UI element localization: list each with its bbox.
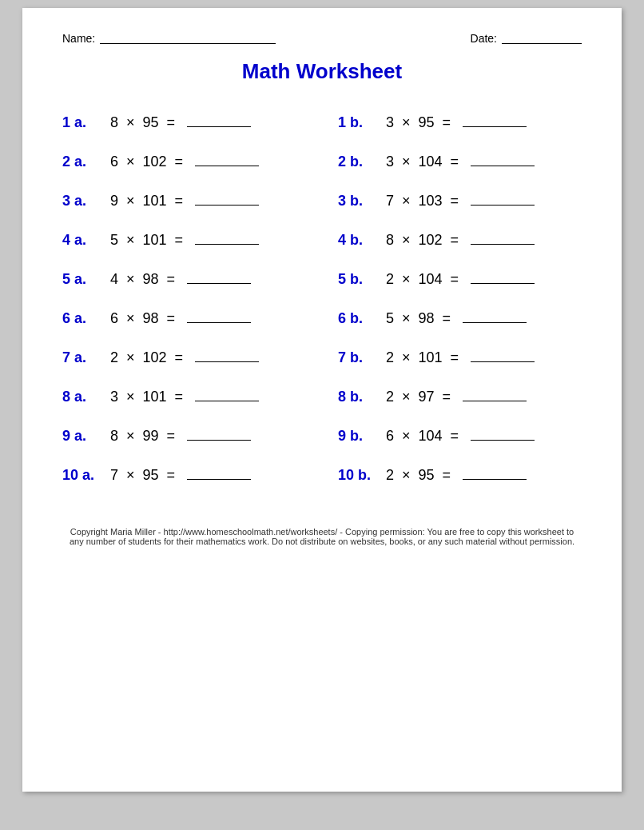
table-row: 10 b. 2 × 95 =: [322, 456, 582, 495]
problem-label: 7 b.: [338, 349, 378, 366]
worksheet-title: Math Worksheet: [62, 59, 582, 84]
table-row: 6 b. 5 × 98 =: [322, 299, 582, 338]
header: Name: Date:: [62, 32, 582, 45]
problem-label: 1 b.: [338, 114, 378, 131]
problem-expr: 2 × 97 =: [386, 389, 527, 405]
table-row: 4 a. 5 × 101 =: [62, 221, 322, 260]
problem-label: 2 b.: [338, 154, 378, 170]
table-row: 5 a. 4 × 98 =: [62, 260, 322, 299]
answer-line: [463, 310, 527, 323]
name-label: Name:: [62, 32, 95, 45]
worksheet-page: Name: Date: Math Worksheet 1 a. 8 × 95 =…: [22, 8, 622, 792]
table-row: 5 b. 2 × 104 =: [322, 260, 582, 299]
problem-expr: 3 × 104 =: [386, 154, 535, 170]
table-row: 1 b. 3 × 95 =: [322, 103, 582, 142]
problem-label: 3 b.: [338, 193, 378, 209]
problem-expr: 9 × 101 =: [110, 193, 259, 209]
problem-label: 4 b.: [338, 232, 378, 249]
table-row: 3 a. 9 × 101 =: [62, 182, 322, 221]
problem-expr: 6 × 104 =: [386, 428, 535, 445]
table-row: 8 a. 3 × 101 =: [62, 377, 322, 417]
problem-expr: 3 × 95 =: [386, 114, 527, 131]
problem-label: 8 a.: [62, 389, 102, 405]
problem-expr: 4 × 98 =: [110, 271, 251, 288]
problem-expr: 5 × 98 =: [386, 310, 527, 327]
answer-line: [187, 271, 251, 284]
table-row: 4 b. 8 × 102 =: [322, 221, 582, 260]
problem-expr: 8 × 102 =: [386, 232, 535, 249]
problem-label: 9 b.: [338, 428, 378, 445]
problem-expr: 6 × 102 =: [110, 154, 259, 170]
answer-line: [195, 154, 259, 166]
answer-line: [471, 428, 535, 441]
problem-expr: 5 × 101 =: [110, 232, 259, 249]
table-row: 2 a. 6 × 102 =: [62, 142, 322, 182]
footer-text: Copyright Maria Miller - http://www.home…: [62, 519, 582, 546]
problem-label: 1 a.: [62, 114, 102, 131]
answer-line: [471, 271, 535, 284]
answer-line: [463, 389, 527, 401]
table-row: 9 b. 6 × 104 =: [322, 417, 582, 456]
table-row: 7 b. 2 × 101 =: [322, 338, 582, 377]
problem-label: 4 a.: [62, 232, 102, 249]
table-row: 3 b. 7 × 103 =: [322, 182, 582, 221]
problem-expr: 6 × 98 =: [110, 310, 251, 327]
problem-label: 8 b.: [338, 389, 378, 405]
table-row: 9 a. 8 × 99 =: [62, 417, 322, 456]
answer-line: [471, 349, 535, 362]
table-row: 10 a. 7 × 95 =: [62, 456, 322, 495]
answer-line: [195, 389, 259, 401]
problem-label: 2 a.: [62, 154, 102, 170]
table-row: 1 a. 8 × 95 =: [62, 103, 322, 142]
answer-line: [187, 114, 251, 127]
name-underline: [100, 33, 276, 44]
problem-label: 7 a.: [62, 349, 102, 366]
answer-line: [463, 114, 527, 127]
problem-expr: 2 × 95 =: [386, 467, 527, 484]
answer-line: [471, 232, 535, 245]
problem-expr: 3 × 101 =: [110, 389, 259, 405]
problem-expr: 2 × 104 =: [386, 271, 535, 288]
problem-label: 6 a.: [62, 310, 102, 327]
table-row: 2 b. 3 × 104 =: [322, 142, 582, 182]
answer-line: [187, 428, 251, 441]
problem-label: 3 a.: [62, 193, 102, 209]
problem-expr: 8 × 99 =: [110, 428, 251, 445]
problem-label: 6 b.: [338, 310, 378, 327]
answer-line: [187, 310, 251, 323]
problem-label: 10 a.: [62, 467, 102, 484]
problems-grid: 1 a. 8 × 95 = 1 b. 3 × 95 = 2 a. 6 × 102…: [62, 103, 582, 495]
answer-line: [471, 193, 535, 206]
problem-label: 5 b.: [338, 271, 378, 288]
answer-line: [463, 467, 527, 480]
problem-label: 5 a.: [62, 271, 102, 288]
answer-line: [471, 154, 535, 166]
problem-label: 10 b.: [338, 467, 378, 484]
problem-expr: 7 × 95 =: [110, 467, 251, 484]
problem-expr: 7 × 103 =: [386, 193, 535, 209]
name-section: Name:: [62, 32, 276, 45]
problem-expr: 2 × 102 =: [110, 349, 259, 366]
table-row: 6 a. 6 × 98 =: [62, 299, 322, 338]
problem-expr: 2 × 101 =: [386, 349, 535, 366]
problem-label: 9 a.: [62, 428, 102, 445]
answer-line: [195, 232, 259, 245]
date-section: Date:: [471, 32, 582, 45]
answer-line: [195, 193, 259, 206]
date-label: Date:: [471, 32, 497, 45]
problem-expr: 8 × 95 =: [110, 114, 251, 131]
answer-line: [187, 467, 251, 480]
table-row: 7 a. 2 × 102 =: [62, 338, 322, 377]
table-row: 8 b. 2 × 97 =: [322, 377, 582, 417]
date-underline: [502, 33, 582, 44]
answer-line: [195, 349, 259, 362]
